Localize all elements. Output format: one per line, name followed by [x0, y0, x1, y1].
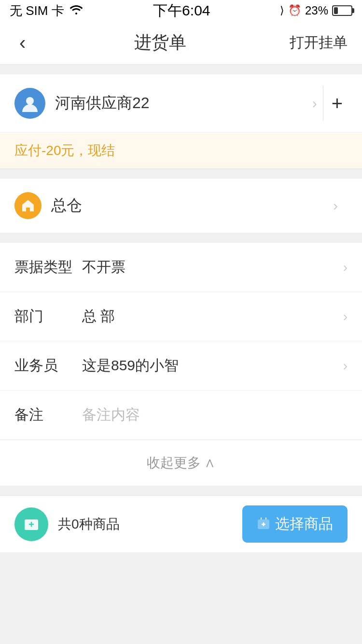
supplier-divider — [323, 86, 323, 121]
back-button[interactable]: ‹ — [14, 27, 30, 58]
location-icon: ⟩ — [280, 4, 284, 17]
section-gap-3 — [0, 233, 362, 243]
product-icon — [14, 507, 48, 541]
salesperson-value: 这是859的小智 — [72, 356, 338, 376]
invoice-type-value: 不开票 — [72, 257, 338, 277]
department-chevron-icon: › — [343, 309, 348, 324]
department-value: 总 部 — [72, 307, 338, 326]
time-label: 下午6:04 — [153, 1, 210, 21]
salesperson-row[interactable]: 业务员 这是859的小智 › — [0, 341, 362, 391]
section-gap-4 — [0, 486, 362, 495]
product-count-label: 共0种商品 — [58, 515, 242, 533]
remark-label: 备注 — [14, 405, 72, 425]
page-title: 进货单 — [134, 31, 186, 55]
invoice-type-label: 票据类型 — [14, 257, 72, 277]
supplier-name: 河南供应商22 — [55, 93, 312, 114]
remark-row[interactable]: 备注 备注内容 — [0, 391, 362, 440]
battery-indicator — [332, 5, 352, 16]
alarm-icon: ⏰ — [288, 4, 301, 17]
svg-point-0 — [26, 97, 34, 105]
collapse-button[interactable]: 收起更多 ∧ — [0, 440, 362, 486]
invoice-type-chevron-icon: › — [343, 260, 348, 275]
remark-value: 备注内容 — [72, 405, 348, 425]
warehouse-name: 总仓 — [51, 195, 333, 216]
section-gap-2 — [0, 169, 362, 179]
status-left: 无 SIM 卡 — [10, 2, 84, 19]
status-bar: 无 SIM 卡 下午6:04 ⟩ ⏰ 23% — [0, 0, 362, 21]
nav-bar: ‹ 进货单 打开挂单 — [0, 21, 362, 65]
open-hang-button[interactable]: 打开挂单 — [290, 33, 348, 53]
add-supplier-button[interactable]: + — [327, 93, 348, 114]
page-background — [0, 552, 362, 644]
department-label: 部门 — [14, 307, 72, 326]
info-banner: 应付-20元，现结 — [0, 133, 362, 169]
select-product-button[interactable]: 选择商品 — [242, 505, 348, 543]
warehouse-icon — [14, 192, 42, 219]
section-gap-1 — [0, 65, 362, 74]
salesperson-chevron-icon: › — [343, 358, 348, 374]
supplier-section: 河南供应商22 › + 应付-20元，现结 — [0, 74, 362, 169]
supplier-chevron-icon: › — [312, 95, 317, 112]
form-section: 票据类型 不开票 › 部门 总 部 › 业务员 这是859的小智 › 备注 备注… — [0, 243, 362, 486]
status-right: ⟩ ⏰ 23% — [280, 4, 352, 17]
supplier-row[interactable]: 河南供应商22 › + — [0, 74, 362, 133]
warehouse-chevron-icon: › — [333, 197, 338, 214]
invoice-type-row[interactable]: 票据类型 不开票 › — [0, 243, 362, 292]
select-product-label: 选择商品 — [275, 514, 333, 534]
battery-percent: 23% — [305, 4, 328, 17]
carrier-label: 无 SIM 卡 — [10, 2, 64, 19]
bottom-bar: 共0种商品 选择商品 — [0, 495, 362, 552]
salesperson-label: 业务员 — [14, 356, 72, 376]
supplier-avatar — [14, 88, 45, 119]
wifi-icon — [69, 3, 84, 18]
warehouse-row[interactable]: 总仓 › — [0, 179, 362, 233]
svg-rect-1 — [26, 208, 30, 211]
department-row[interactable]: 部门 总 部 › — [0, 292, 362, 341]
